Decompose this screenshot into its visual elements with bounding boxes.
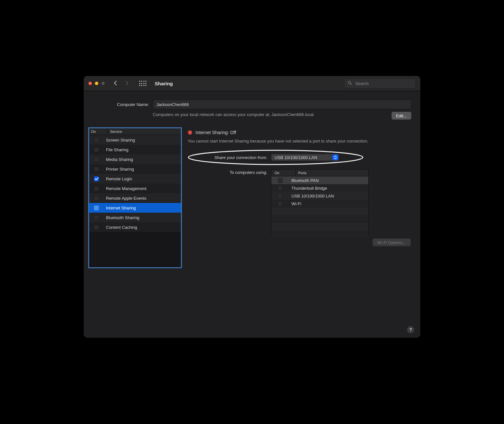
service-toggle[interactable] <box>94 186 99 191</box>
service-list[interactable]: On Service Screen SharingFile SharingMed… <box>88 127 182 268</box>
service-label: Media Sharing <box>103 157 133 162</box>
computer-name-section: Computer Name: Computers on your local n… <box>84 91 420 125</box>
svg-line-1 <box>351 83 352 84</box>
port-label: Wi-Fi <box>289 201 301 206</box>
back-button[interactable] <box>113 80 117 87</box>
to-computers-label: To computers using: <box>188 169 267 175</box>
service-toggle[interactable] <box>94 225 99 230</box>
forward-button[interactable] <box>125 80 129 87</box>
wifi-options-button[interactable]: Wi-Fi Options... <box>373 238 411 246</box>
nav-arrows <box>113 80 129 87</box>
chevron-updown-icon <box>332 154 338 160</box>
window-title: Sharing <box>155 81 173 86</box>
port-toggle[interactable] <box>278 201 283 206</box>
service-row[interactable]: Remote Login <box>89 174 181 184</box>
service-toggle[interactable] <box>94 206 99 210</box>
port-toggle[interactable] <box>278 194 283 198</box>
service-toggle[interactable] <box>94 215 99 220</box>
port-row-empty <box>271 207 368 215</box>
service-row[interactable]: Printer Sharing <box>89 164 181 174</box>
share-from-label: Share your connection from: <box>188 155 267 160</box>
port-row[interactable]: Thunderbolt Bridge <box>271 184 368 192</box>
search-icon <box>348 81 352 86</box>
show-all-icon[interactable] <box>139 81 146 86</box>
port-row[interactable]: USB 10/100/1000 LAN <box>271 192 368 200</box>
service-toggle[interactable] <box>94 147 99 152</box>
service-row[interactable]: Screen Sharing <box>89 135 181 145</box>
close-icon[interactable] <box>88 81 92 85</box>
share-from-row: Share your connection from: USB 10/100/1… <box>188 154 411 161</box>
titlebar: Sharing <box>84 76 420 91</box>
service-list-header: On Service <box>89 128 181 135</box>
service-label: Bluetooth Sharing <box>103 215 139 220</box>
service-row[interactable]: Content Caching <box>89 222 181 232</box>
service-label: Printer Sharing <box>103 167 134 172</box>
search-field[interactable] <box>344 78 416 89</box>
service-label: Remote Login <box>103 176 132 181</box>
ports-list[interactable]: On Ports Bluetooth PANThunderbolt Bridge… <box>271 169 369 235</box>
service-row[interactable]: Media Sharing <box>89 154 181 164</box>
service-toggle[interactable] <box>94 196 99 201</box>
port-toggle[interactable] <box>278 186 283 191</box>
port-label: Thunderbolt Bridge <box>289 186 327 191</box>
service-row[interactable]: Internet Sharing <box>89 203 181 213</box>
service-row[interactable]: File Sharing <box>89 145 181 154</box>
service-label: Internet Sharing <box>103 206 136 210</box>
port-row-empty <box>271 215 368 223</box>
minimize-icon[interactable] <box>95 81 99 85</box>
port-row[interactable]: Bluetooth PAN <box>271 176 368 184</box>
service-col-name[interactable]: Service <box>108 128 125 135</box>
status-label: Internet Sharing: Off <box>195 130 236 135</box>
window-controls <box>88 81 105 85</box>
service-label: Content Caching <box>103 225 137 230</box>
service-label: Remote Apple Events <box>103 196 146 201</box>
ports-col-on[interactable]: On <box>271 170 296 176</box>
zoom-icon[interactable] <box>101 81 105 85</box>
port-label: Bluetooth PAN <box>289 178 319 183</box>
preferences-window: Sharing Computer Name: Computers on your… <box>83 76 421 338</box>
port-toggle[interactable] <box>278 178 283 183</box>
ports-col-name[interactable]: Ports <box>296 170 309 176</box>
port-label: USB 10/100/1000 LAN <box>289 194 334 198</box>
share-from-select[interactable]: USB 10/100/1000 LAN <box>271 154 339 161</box>
service-label: Screen Sharing <box>103 138 135 143</box>
service-toggle[interactable] <box>94 138 99 143</box>
computer-name-label: Computer Name: <box>93 102 149 107</box>
service-label: Remote Management <box>103 186 146 191</box>
help-button[interactable]: ? <box>407 326 415 334</box>
svg-point-0 <box>348 81 351 84</box>
edit-hostname-button[interactable]: Edit... <box>392 112 411 120</box>
ports-list-header: On Ports <box>271 170 368 176</box>
service-label: File Sharing <box>103 147 128 152</box>
service-toggle[interactable] <box>94 176 99 181</box>
search-input[interactable] <box>355 81 412 86</box>
port-row-empty <box>271 223 368 231</box>
service-row[interactable]: Remote Apple Events <box>89 193 181 203</box>
status-description: You cannot start Internet Sharing becaus… <box>188 138 369 144</box>
computer-name-help: Computers on your local network can acce… <box>153 112 314 118</box>
service-col-on[interactable]: On <box>89 128 108 135</box>
service-toggle[interactable] <box>94 167 99 172</box>
computer-name-input[interactable] <box>153 100 411 109</box>
port-row[interactable]: Wi-Fi <box>271 200 368 207</box>
service-row[interactable]: Bluetooth Sharing <box>89 213 181 222</box>
port-row-empty <box>271 231 368 238</box>
service-toggle[interactable] <box>94 157 99 162</box>
status-dot-icon <box>188 130 192 135</box>
service-detail: Internet Sharing: Off You cannot start I… <box>188 127 416 318</box>
service-row[interactable]: Remote Management <box>89 184 181 193</box>
